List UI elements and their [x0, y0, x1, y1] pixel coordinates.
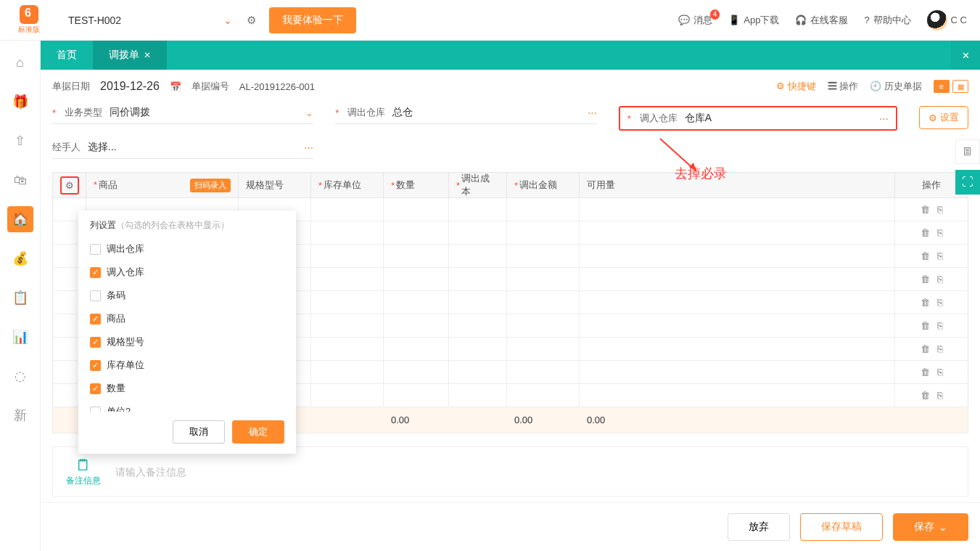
popup-item[interactable]: 条码 — [90, 284, 284, 307]
messages-badge: 4 — [710, 9, 720, 20]
copy-icon[interactable]: ⎘ — [937, 227, 943, 238]
copy-icon[interactable]: ⎘ — [937, 250, 943, 261]
nav-messages[interactable]: 💬 消息 4 — [678, 14, 712, 27]
sidebar-new-icon[interactable]: 新 — [7, 402, 33, 428]
biztype-value: 同价调拨 — [110, 106, 298, 119]
remark-input[interactable] — [115, 466, 955, 478]
calendar-icon[interactable]: 📅 — [170, 81, 181, 92]
copy-icon[interactable]: ⎘ — [937, 390, 943, 401]
popup-item[interactable]: ✓规格型号 — [90, 330, 284, 354]
help-icon: ? — [864, 15, 869, 25]
field-out-warehouse[interactable]: *调出仓库 总仓 ⋯ — [335, 106, 596, 124]
rail-expand-button[interactable]: ⛶ — [955, 170, 980, 195]
copy-icon[interactable]: ⎘ — [937, 320, 943, 331]
settings-button[interactable]: ⚙设置 — [919, 106, 968, 129]
logo-subtitle: 标准版 — [13, 25, 45, 35]
gear-icon: ⚙ — [776, 81, 785, 91]
sidebar-sync-icon[interactable]: ◌ — [7, 363, 33, 389]
checkbox[interactable]: ✓ — [90, 267, 101, 278]
gear-icon[interactable]: ⚙ — [247, 14, 256, 27]
view-toggle: ≡ ▦ — [934, 80, 968, 93]
popup-item-label: 商品 — [107, 312, 125, 325]
topbar: 标准版 TEST-H002 ⌄ ⚙ 我要体验一下 💬 消息 4 📱 App下载 … — [0, 0, 980, 41]
org-selector[interactable]: TEST-H002 ⌄ — [59, 7, 241, 33]
handler-label: 经手人 — [52, 141, 81, 154]
popup-item[interactable]: ✓库存单位 — [90, 354, 284, 377]
checkbox[interactable]: ✓ — [90, 314, 101, 325]
close-icon[interactable]: ✕ — [144, 50, 151, 60]
trash-icon[interactable]: 🗑 — [921, 274, 930, 285]
sidebar-bag-icon[interactable]: 🛍 — [7, 167, 33, 193]
checkbox[interactable] — [90, 244, 101, 255]
shortcut-link[interactable]: ⚙ 快捷键 — [776, 80, 816, 93]
list-icon: ☰ — [828, 81, 837, 91]
nav-support[interactable]: 🎧 在线客服 — [795, 14, 848, 27]
copy-icon[interactable]: ⎘ — [937, 274, 943, 285]
nav-download[interactable]: 📱 App下载 — [728, 14, 779, 27]
more-icon: ⋯ — [304, 142, 313, 153]
field-biztype[interactable]: *业务类型 同价调拨 ⌄ — [52, 106, 313, 124]
popup-cancel-button[interactable]: 取消 — [173, 420, 225, 444]
save-button[interactable]: 保存⌄ — [893, 513, 968, 541]
tabbar: 首页 调拨单 ✕ ✕ — [41, 41, 980, 70]
out-label: 调出仓库 — [347, 106, 385, 119]
chevron-down-icon: ⌄ — [939, 521, 947, 533]
history-link[interactable]: 🕘 历史单据 — [870, 80, 922, 93]
remark-icon: 🗒备注信息 — [66, 456, 101, 487]
checkbox[interactable]: ✓ — [90, 337, 101, 348]
trash-icon[interactable]: 🗑 — [921, 250, 930, 261]
nav-user[interactable]: C C — [927, 10, 967, 30]
view-list-button[interactable]: ≡ — [934, 80, 950, 93]
popup-item[interactable]: 单位2 — [90, 400, 284, 412]
trash-icon[interactable]: 🗑 — [921, 320, 930, 331]
copy-icon[interactable]: ⎘ — [937, 297, 943, 308]
popup-item[interactable]: ✓商品 — [90, 307, 284, 330]
sidebar-home-icon[interactable]: ⌂ — [7, 49, 33, 75]
sidebar-money-icon[interactable]: 💰 — [7, 245, 33, 272]
view-grid-button[interactable]: ▦ — [952, 80, 968, 93]
trial-button[interactable]: 我要体验一下 — [269, 7, 356, 33]
footer-buttons: 放弃 保存草稿 保存⌄ — [41, 502, 980, 551]
trash-icon[interactable]: 🗑 — [921, 297, 930, 308]
sidebar-gift-icon[interactable]: 🎁 — [7, 89, 33, 115]
close-panel-button[interactable]: ✕ — [951, 41, 980, 70]
user-name: C C — [951, 15, 967, 25]
save-draft-button[interactable]: 保存草稿 — [800, 513, 883, 541]
field-in-warehouse[interactable]: *调入仓库 仓库A ⋯ — [619, 106, 897, 131]
date-value[interactable]: 2019-12-26 — [100, 80, 160, 93]
copy-icon[interactable]: ⎘ — [937, 204, 943, 215]
chevron-down-icon: ⌄ — [223, 15, 232, 26]
history-icon: 🕘 — [870, 81, 881, 91]
nav-help[interactable]: ? 帮助中心 — [864, 14, 910, 27]
popup-item[interactable]: ✓数量 — [90, 377, 284, 400]
sidebar-upload-icon[interactable]: ⇧ — [7, 128, 33, 154]
trash-icon[interactable]: 🗑 — [921, 227, 930, 238]
trash-icon[interactable]: 🗑 — [921, 390, 930, 401]
copy-icon[interactable]: ⎘ — [937, 343, 943, 354]
sidebar-clipboard-icon[interactable]: 📋 — [7, 285, 33, 311]
checkbox[interactable] — [90, 407, 101, 412]
trash-icon[interactable]: 🗑 — [921, 343, 930, 354]
popup-item[interactable]: 调出仓库 — [90, 237, 284, 261]
trash-icon[interactable]: 🗑 — [921, 367, 930, 377]
checkbox[interactable]: ✓ — [90, 383, 101, 394]
popup-item[interactable]: ✓调入仓库 — [90, 261, 284, 284]
col-amt: *调出金额 — [507, 173, 580, 197]
sidebar-warehouse-icon[interactable]: 🏠 — [7, 206, 33, 232]
discard-button[interactable]: 放弃 — [728, 513, 790, 541]
checkbox[interactable]: ✓ — [90, 360, 101, 371]
ops-link[interactable]: ☰ 操作 — [828, 80, 859, 93]
tab-home[interactable]: 首页 — [41, 41, 93, 70]
checkbox[interactable] — [90, 290, 101, 301]
rail-note-button[interactable]: 🗏 — [955, 139, 980, 164]
popup-item-label: 单位2 — [107, 405, 131, 412]
popup-ok-button[interactable]: 确定 — [232, 420, 284, 444]
sidebar-report-icon[interactable]: 📊 — [7, 324, 33, 350]
trash-icon[interactable]: 🗑 — [921, 204, 930, 215]
col-settings-button[interactable]: ⚙ — [53, 173, 86, 197]
tab-transfer[interactable]: 调拨单 ✕ — [93, 41, 167, 70]
copy-icon[interactable]: ⎘ — [937, 367, 943, 377]
avatar — [927, 10, 947, 30]
field-handler[interactable]: 经手人 选择... ⋯ — [52, 141, 313, 159]
scan-entry-tag[interactable]: 扫码录入 — [190, 179, 231, 192]
